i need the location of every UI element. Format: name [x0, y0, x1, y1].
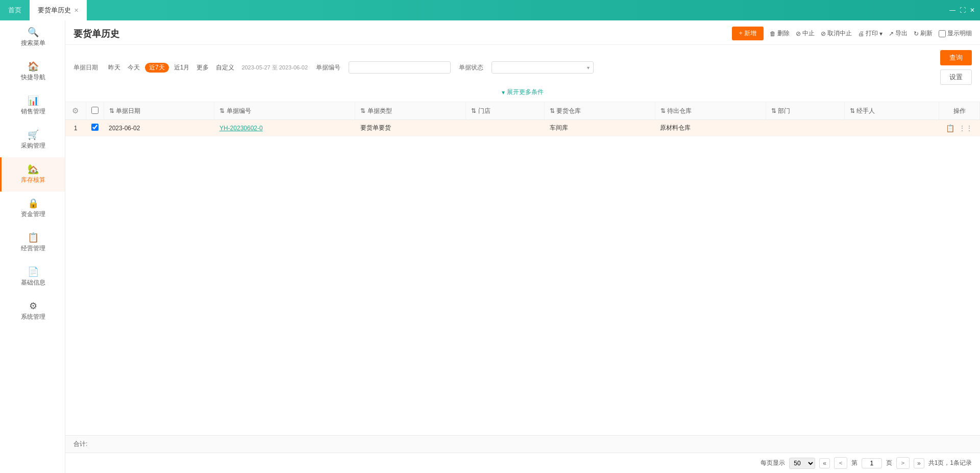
print-dropdown-icon: ▾ — [879, 30, 883, 37]
row-number[interactable]: YH-20230602-0 — [214, 120, 355, 136]
top-bar: 首页 要货单历史 ✕ — ⛶ ✕ — [0, 0, 980, 20]
date-shortcuts: 昨天 今天 近7天 近1月 更多 自定义 2023-05-27 至 2023-0… — [106, 63, 308, 73]
chart-icon: 📊 — [28, 96, 39, 105]
export-button[interactable]: ↗ 导出 — [889, 29, 908, 38]
th-department: ⇅ 部门 — [766, 102, 844, 120]
row-target-warehouse: 原材料仓库 — [655, 120, 766, 136]
display-detail-checkbox[interactable] — [939, 30, 946, 37]
sidebar-item-purchase-label: 采购管理 — [21, 141, 45, 150]
date-btn-more[interactable]: 更多 — [194, 63, 211, 73]
select-all-checkbox[interactable] — [91, 107, 99, 114]
close-icon[interactable]: ✕ — [970, 7, 975, 14]
first-page-button[interactable]: « — [819, 458, 830, 468]
new-button[interactable]: + 新增 — [732, 27, 764, 40]
date-btn-custom[interactable]: 自定义 — [214, 63, 236, 73]
cancel-stop-button[interactable]: ⊘ 取消中止 — [821, 29, 852, 38]
th-target-warehouse: ⇅ 待出仓库 — [655, 102, 766, 120]
row-edit-icon[interactable]: 📋 — [946, 124, 954, 132]
sidebar-item-quick[interactable]: 🏠 快捷导航 — [0, 55, 65, 89]
th-checkbox — [86, 102, 104, 120]
sidebar-item-search[interactable]: 🔍 搜索菜单 — [0, 20, 65, 55]
stop-button[interactable]: ⊘ 中止 — [796, 29, 815, 38]
tab-home-label: 首页 — [8, 6, 21, 15]
delete-icon: 🗑 — [770, 30, 776, 37]
last-page-button[interactable]: » — [914, 458, 924, 468]
sidebar-item-basic[interactable]: 📄 基础信息 — [0, 260, 65, 294]
date-btn-1month[interactable]: 近1月 — [172, 63, 192, 73]
cart-icon: 🛒 — [28, 130, 39, 139]
stop-icon: ⊘ — [796, 30, 801, 37]
document-icon: 📄 — [28, 267, 39, 276]
row-checkbox[interactable] — [91, 124, 99, 131]
page-title: 要货单历史 — [74, 28, 732, 40]
sidebar-item-inventory[interactable]: 🏡 库存核算 — [0, 157, 65, 192]
filter-buttons: 查询 设置 — [940, 50, 972, 85]
per-page-label: 每页显示 — [761, 459, 785, 467]
row-warehouse: 车间库 — [545, 120, 655, 136]
maximize-icon[interactable]: ⛶ — [960, 7, 966, 14]
order-no-input[interactable] — [349, 61, 451, 74]
status-label: 单据状态 — [459, 63, 483, 72]
sidebar: 🔍 搜索菜单 🏠 快捷导航 📊 销售管理 🛒 采购管理 🏡 库存核算 🔒 资金管… — [0, 20, 65, 473]
th-number: ⇅ 单据编号 — [214, 102, 355, 120]
th-type: ⇅ 单据类型 — [355, 102, 466, 120]
table-header-row: ⚙ ⇅ 单据日期 ⇅ 单据编号 — [65, 102, 980, 120]
th-handler: ⇅ 经手人 — [844, 102, 939, 120]
expand-label: 展开更多条件 — [507, 88, 544, 97]
sidebar-item-system[interactable]: ⚙ 系统管理 — [0, 294, 65, 328]
display-detail-button[interactable]: 显示明细 — [939, 29, 972, 38]
page-input[interactable] — [862, 458, 882, 468]
cancel-stop-icon: ⊘ — [821, 30, 826, 37]
row-department — [766, 120, 844, 136]
lock-icon: 🔒 — [28, 199, 39, 208]
sidebar-item-finance-label: 资金管理 — [21, 210, 45, 219]
sidebar-item-operation-label: 经营管理 — [21, 244, 45, 253]
footer-total: 合计: — [65, 435, 980, 453]
per-page-select[interactable]: 50 100 — [789, 458, 815, 469]
sidebar-item-sales-label: 销售管理 — [21, 107, 45, 116]
date-btn-7days[interactable]: 近7天 — [145, 63, 169, 73]
sidebar-item-sales[interactable]: 📊 销售管理 — [0, 89, 65, 123]
sidebar-item-operation[interactable]: 📋 经营管理 — [0, 226, 65, 260]
tab-order-history-label: 要货单历史 — [38, 6, 71, 15]
status-select[interactable] — [492, 61, 594, 74]
page-content: 要货单历史 + 新增 🗑 删除 ⊘ 中止 ⊘ 取消中止 — [65, 20, 980, 473]
sidebar-item-finance[interactable]: 🔒 资金管理 — [0, 192, 65, 226]
inventory-icon: 🏡 — [28, 164, 39, 174]
print-button[interactable]: 🖨 打印 ▾ — [858, 29, 883, 38]
total-label: 合计: — [74, 440, 87, 447]
refresh-button[interactable]: ↻ 刷新 — [914, 29, 933, 38]
row-store — [466, 120, 545, 136]
row-more-icon[interactable]: ⋮⋮ — [959, 124, 973, 132]
header-actions: + 新增 🗑 删除 ⊘ 中止 ⊘ 取消中止 🖨 打 — [732, 27, 972, 40]
th-settings: ⚙ — [65, 102, 86, 120]
page-suffix: 页 — [886, 459, 892, 467]
filter-bar: 单据日期 昨天 今天 近7天 近1月 更多 自定义 2023-05-27 至 2… — [65, 45, 980, 102]
th-ops: 操作 — [939, 102, 980, 120]
print-icon: 🖨 — [858, 30, 864, 37]
main-layout: 🔍 搜索菜单 🏠 快捷导航 📊 销售管理 🛒 采购管理 🏡 库存核算 🔒 资金管… — [0, 20, 980, 473]
filter-settings-button[interactable]: 设置 — [940, 69, 972, 85]
home-icon: 🏠 — [28, 62, 39, 71]
tab-order-history[interactable]: 要货单历史 ✕ — [30, 0, 87, 20]
sidebar-item-basic-label: 基础信息 — [21, 278, 45, 287]
date-btn-today[interactable]: 今天 — [126, 63, 142, 73]
tab-close-icon[interactable]: ✕ — [74, 7, 79, 14]
total-info: 共1页，1条记录 — [928, 459, 972, 467]
table-gear-icon[interactable]: ⚙ — [72, 106, 79, 115]
delete-button[interactable]: 🗑 删除 — [770, 29, 790, 38]
sidebar-item-purchase[interactable]: 🛒 采购管理 — [0, 123, 65, 157]
page-label: 第 — [851, 459, 857, 467]
minimize-icon[interactable]: — — [949, 7, 955, 14]
clipboard-icon: 📋 — [28, 233, 39, 242]
prev-page-button[interactable]: ＜ — [834, 457, 847, 469]
query-button[interactable]: 查询 — [940, 50, 972, 65]
content-area: 要货单历史 + 新增 🗑 删除 ⊘ 中止 ⊘ 取消中止 — [65, 20, 980, 473]
date-btn-yesterday[interactable]: 昨天 — [106, 63, 122, 73]
tab-home[interactable]: 首页 — [0, 0, 30, 20]
next-page-button[interactable]: ＞ — [896, 457, 910, 469]
th-warehouse: ⇅ 要货仓库 — [545, 102, 655, 120]
expand-icon: ▾ — [502, 89, 505, 96]
expand-more-button[interactable]: ▾ 展开更多条件 — [74, 88, 972, 97]
data-table: ⚙ ⇅ 单据日期 ⇅ 单据编号 — [65, 102, 980, 136]
